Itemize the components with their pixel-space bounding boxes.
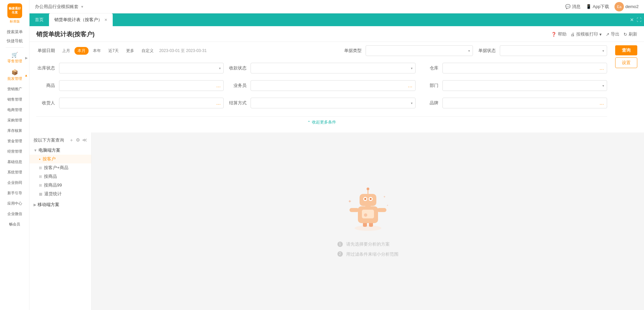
close-window-icon[interactable]: ✕ <box>630 17 634 22</box>
out-status-select[interactable]: ▾ <box>59 63 224 73</box>
doc-status-select[interactable]: ▾ <box>500 45 607 56</box>
chevron-up-icon: ▲ <box>24 73 28 77</box>
tree-item-by-customer-product[interactable]: ⊞ 按客户+商品 <box>30 163 91 172</box>
collapse-icon: ⌃ <box>307 120 311 125</box>
mobile-group: ▶ 移动端方案 <box>30 200 91 209</box>
pc-group: ▼ 电脑端方案 <box>30 145 91 155</box>
print-button[interactable]: 🖨 按模板打印 ▾ <box>571 31 602 37</box>
add-scheme-icon[interactable]: ＋ <box>69 137 74 143</box>
sidebar-item-finance[interactable]: 资金管理 <box>0 136 29 146</box>
avatar: Ea <box>614 2 624 11</box>
sidebar-item-retail[interactable]: 🛒 零售管理 ▶ <box>0 49 29 66</box>
sidebar-item-guide[interactable]: 新手引导 <box>0 188 29 198</box>
settings-scheme-icon[interactable]: ⚙ <box>76 137 80 143</box>
sidebar-item-purchase[interactable]: 采购管理 <box>0 115 29 125</box>
settlement-select[interactable]: ▾ <box>251 98 415 108</box>
brand-input[interactable]: … <box>442 98 607 108</box>
salesman-input[interactable]: … <box>251 80 415 91</box>
tree-item-return-stat[interactable]: ▦ 退货统计 <box>30 190 91 198</box>
tree-item-by-customer[interactable]: ● 按客户 <box>30 155 91 163</box>
sidebar-item-marketing[interactable]: 营销推广 <box>0 84 29 94</box>
sidebar-item-wechat[interactable]: 企业微信 <box>0 209 29 219</box>
tree-item-by-product-99[interactable]: ⊞ 按商品99 <box>30 181 91 190</box>
dots-icon[interactable]: … <box>599 65 604 71</box>
topbar-right: 💬 消息 📱 App下载 Ea demo2 <box>565 2 639 11</box>
tab-close-icon[interactable]: ✕ <box>104 18 107 22</box>
tab-sales-stat[interactable]: 销货单统计表（按客户） ✕ <box>49 13 113 26</box>
bar-icon: ▦ <box>39 192 42 196</box>
sidebar-item-enterprise[interactable]: 企业协同 <box>0 177 29 188</box>
mobile-expand-icon[interactable]: ▶ <box>34 203 36 207</box>
date-btn-this-year[interactable]: 本年 <box>90 47 104 55</box>
svg-point-9 <box>364 198 366 200</box>
chevron-down-icon-6: ▾ <box>411 101 413 105</box>
app-download-button[interactable]: 📱 App下载 <box>586 4 609 10</box>
pc-expand-icon[interactable]: ▼ <box>34 148 37 152</box>
logo-icon: 畅捷通好生意 <box>7 3 22 18</box>
sidebar-item-inventory[interactable]: 库存核算 <box>0 125 29 136</box>
date-btn-this-month[interactable]: 本月 <box>74 47 89 55</box>
sidebar-item-ecommerce[interactable]: 电商管理 <box>0 105 29 115</box>
doc-type-select[interactable]: ▾ <box>366 45 473 56</box>
warehouse-input[interactable]: … <box>442 63 607 73</box>
page-header: 销货单统计表(按客户) ❓ 帮助 🖨 按模板打印 ▾ ↗ 导出 <box>30 26 644 42</box>
salesman-dots-icon[interactable]: … <box>408 83 413 88</box>
main-area: 办公用品行业模拟账套 ▾ 💬 消息 📱 App下载 Ea demo2 首页 <box>30 0 644 310</box>
collapse-row: ⌃ 收起更多条件 <box>36 116 607 128</box>
svg-point-11 <box>370 198 372 200</box>
date-btn-custom[interactable]: 自定义 <box>139 47 157 55</box>
tab-window-controls: ✕ ⛶ <box>630 17 641 22</box>
sidebar-item-member[interactable]: 畅会员 <box>0 219 29 229</box>
date-label: 单据日期 <box>36 48 55 54</box>
svg-point-5 <box>364 213 367 217</box>
date-btn-last-month[interactable]: 上月 <box>59 47 73 55</box>
sidebar: 畅捷通好生意 标准版 搜索菜单 快捷导航 🛒 零售管理 ▶ 📦 批发管理 ▲ 营… <box>0 0 30 310</box>
print-dropdown-icon[interactable]: ▾ <box>599 32 602 37</box>
body-area: 按以下方案查询 ＋ ⚙ ≪ ▼ 电脑端方案 ● 按客户 <box>30 133 644 310</box>
quick-nav-item[interactable]: 快捷导航 <box>7 36 23 46</box>
sidebar-item-wholesale[interactable]: 📦 批发管理 ▲ <box>0 66 29 84</box>
robot-svg: ✦ ✦ ✦ <box>343 185 393 235</box>
out-status-label: 出库状态 <box>36 65 55 71</box>
doc-type-label: 单据类型 <box>343 48 362 54</box>
page-title-row: 销货单统计表(按客户) ❓ 帮助 🖨 按模板打印 ▾ ↗ 导出 <box>36 30 637 38</box>
sidebar-item-basic[interactable]: 基础信息 <box>0 157 29 167</box>
department-select[interactable]: ▾ <box>442 80 607 91</box>
svg-point-13 <box>367 188 369 190</box>
search-menu-item[interactable]: 搜索菜单 <box>7 26 23 36</box>
date-btn-more[interactable]: 更多 <box>123 47 137 55</box>
panel-tools: ＋ ⚙ ≪ <box>69 137 87 143</box>
user-menu[interactable]: Ea demo2 <box>614 2 639 11</box>
product-label: 商品 <box>36 83 55 89</box>
query-button[interactable]: 查询 <box>615 45 637 55</box>
sidebar-item-system[interactable]: 系统管理 <box>0 167 29 177</box>
sidebar-item-operation[interactable]: 经营管理 <box>0 146 29 157</box>
help-button[interactable]: ❓ 帮助 <box>551 31 567 37</box>
sidebar-item-appcenter[interactable]: 应用中心 <box>0 198 29 209</box>
date-btn-last7[interactable]: 近7天 <box>105 47 122 55</box>
warehouse-label: 仓库 <box>420 65 438 71</box>
product-input[interactable]: … <box>59 80 224 91</box>
query-btn-col: 查询 设置 <box>615 45 637 68</box>
settings-button[interactable]: 设置 <box>615 57 637 68</box>
tab-home[interactable]: 首页 <box>30 13 49 26</box>
sidebar-item-sales[interactable]: 销售管理 <box>0 94 29 105</box>
collapse-panel-icon[interactable]: ≪ <box>82 137 87 143</box>
grid-icon-3: ⊞ <box>39 183 42 188</box>
doc-status-label: 单据状态 <box>477 48 496 54</box>
consignee-dots-icon[interactable]: … <box>216 100 221 106</box>
collapse-button[interactable]: ⌃ 收起更多条件 <box>303 118 340 126</box>
refresh-button[interactable]: ↻ 刷新 <box>624 31 637 37</box>
filter-area: 单据日期 上月 本月 本年 近7天 更多 自定义 2023-03-01 至 20… <box>30 42 644 133</box>
maximize-icon[interactable]: ⛶ <box>637 17 641 22</box>
consignee-input[interactable]: … <box>59 98 224 108</box>
svg-text:✦: ✦ <box>383 195 386 199</box>
product-dots-icon[interactable]: … <box>216 83 221 88</box>
export-button[interactable]: ↗ 导出 <box>606 31 620 37</box>
message-button[interactable]: 💬 消息 <box>565 4 581 10</box>
tree-item-by-product[interactable]: ⊞ 按商品 <box>30 172 91 181</box>
topbar-dropdown-icon[interactable]: ▾ <box>81 4 83 9</box>
brand-dots-icon[interactable]: … <box>599 100 604 106</box>
salesman-label: 业务员 <box>228 83 247 89</box>
payment-status-select[interactable]: ▾ <box>251 63 415 73</box>
